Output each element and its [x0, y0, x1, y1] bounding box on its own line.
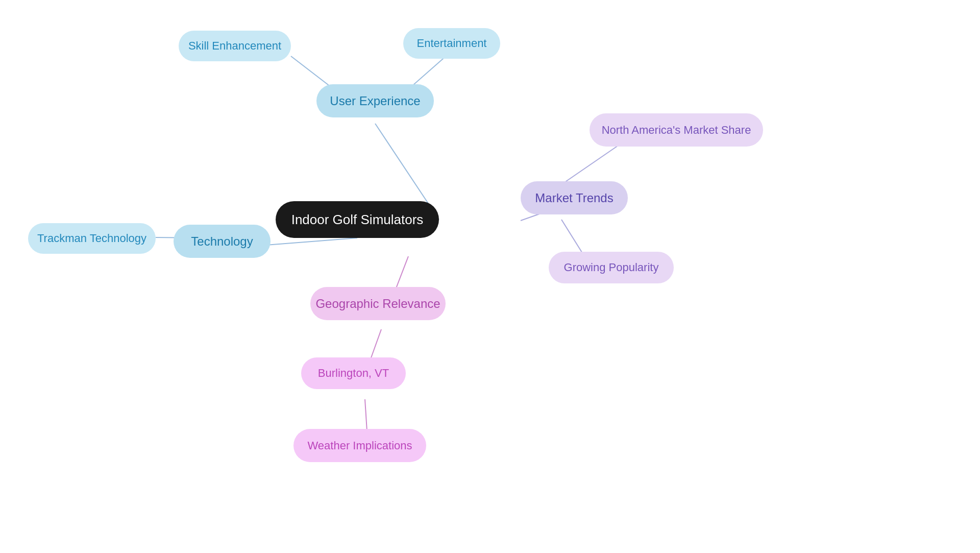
growing-popularity-label: Growing Popularity	[564, 261, 659, 274]
market-trends-label: Market Trends	[535, 191, 613, 205]
trackman-label: Trackman Technology	[37, 232, 146, 245]
user-experience-node[interactable]: User Experience	[316, 84, 434, 117]
center-node-label: Indoor Golf Simulators	[291, 212, 424, 228]
entertainment-label: Entertainment	[417, 37, 487, 50]
entertainment-node[interactable]: Entertainment	[403, 28, 500, 59]
trackman-node[interactable]: Trackman Technology	[28, 223, 156, 254]
technology-node[interactable]: Technology	[174, 225, 271, 258]
user-experience-label: User Experience	[330, 94, 420, 108]
north-america-label: North America's Market Share	[602, 124, 751, 137]
geographic-relevance-node[interactable]: Geographic Relevance	[310, 287, 446, 320]
burlington-vt-label: Burlington, VT	[318, 367, 389, 380]
growing-popularity-node[interactable]: Growing Popularity	[549, 252, 674, 283]
connections-svg	[0, 0, 980, 553]
skill-enhancement-label: Skill Enhancement	[188, 39, 281, 53]
burlington-vt-node[interactable]: Burlington, VT	[301, 357, 406, 389]
technology-label: Technology	[191, 234, 253, 249]
weather-implications-node[interactable]: Weather Implications	[293, 429, 426, 462]
weather-implications-label: Weather Implications	[308, 439, 412, 452]
center-node[interactable]: Indoor Golf Simulators	[276, 201, 439, 238]
market-trends-node[interactable]: Market Trends	[521, 181, 628, 214]
geographic-relevance-label: Geographic Relevance	[315, 297, 440, 311]
north-america-node[interactable]: North America's Market Share	[590, 113, 763, 147]
skill-enhancement-node[interactable]: Skill Enhancement	[179, 31, 291, 61]
